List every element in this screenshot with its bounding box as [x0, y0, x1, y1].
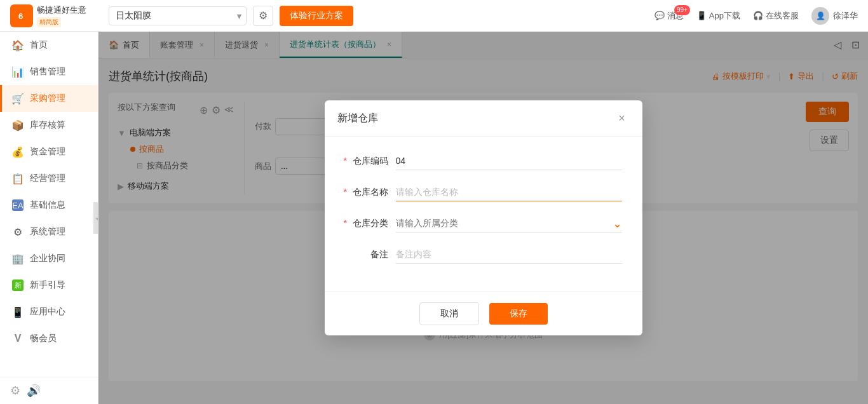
store-selector-wrapper[interactable]: ▾: [109, 6, 247, 25]
sidebar-item-system[interactable]: ⚙ 系统管理: [0, 219, 98, 245]
message-icon: 💬: [654, 11, 665, 20]
form-row-name: 仓库名称: [345, 183, 622, 201]
app-version: 精简版: [37, 17, 61, 27]
new-warehouse-modal: 新增仓库 × 仓库编码 仓库名称 仓库分类: [325, 100, 642, 335]
speaker-bottom-icon[interactable]: 🔊: [27, 384, 41, 398]
sidebar-label-basic: 基础信息: [30, 199, 65, 211]
form-row-remark: 备注: [345, 245, 622, 264]
enterprise-icon: 🏢: [12, 253, 24, 264]
user-item[interactable]: 👤 徐泽华: [811, 7, 858, 25]
app-logo-icon: 6: [10, 4, 33, 27]
app-name-area: 畅捷通好生意 精简版: [37, 4, 86, 27]
code-input[interactable]: [396, 152, 622, 170]
finance-icon: 💰: [12, 146, 24, 158]
header-search-area: ▾ ⚙ 体验行业方案: [109, 6, 654, 26]
apps-icon: 📱: [12, 306, 24, 318]
settings-bottom-icon[interactable]: ⚙: [10, 384, 20, 398]
category-input[interactable]: [396, 214, 622, 232]
name-input[interactable]: [396, 183, 622, 201]
sidebar-item-apps[interactable]: 📱 应用中心: [0, 299, 98, 325]
sidebar-item-inventory[interactable]: 📦 库存核算: [0, 112, 98, 138]
sidebar-item-member[interactable]: V 畅会员: [0, 325, 98, 352]
sidebar-item-enterprise[interactable]: 🏢 企业协同: [0, 245, 98, 272]
sidebar: 🏠 首页 📊 销售管理 🛒 采购管理 📦 库存核算 💰 资金管理 📋 经: [0, 32, 98, 404]
form-row-category: 仓库分类 ⌄: [345, 214, 622, 232]
sidebar-item-finance[interactable]: 💰 资金管理: [0, 138, 98, 165]
sidebar-item-home[interactable]: 🏠 首页: [0, 32, 98, 58]
sidebar-label-apps: 应用中心: [30, 306, 65, 318]
app-download-label: App下载: [709, 10, 740, 22]
member-icon: V: [12, 333, 24, 344]
sidebar-label-operations: 经营管理: [30, 173, 65, 184]
sidebar-item-operations[interactable]: 📋 经营管理: [0, 165, 98, 192]
sidebar-collapse-btn[interactable]: ◀: [93, 202, 98, 234]
user-name: 徐泽华: [833, 10, 858, 22]
name-label: 仓库名称: [345, 187, 396, 198]
phone-icon: 📱: [696, 11, 707, 20]
save-button[interactable]: 保存: [489, 303, 548, 325]
sales-icon: 📊: [12, 66, 24, 77]
sidebar-item-sales[interactable]: 📊 销售管理: [0, 58, 98, 85]
svg-text:6: 6: [18, 11, 23, 21]
sidebar-bottom: ⚙ 🔊: [0, 377, 98, 404]
modal-header: 新增仓库 ×: [325, 100, 642, 137]
store-selector-input[interactable]: [109, 6, 247, 25]
online-service-label: 在线客服: [766, 10, 799, 22]
sidebar-item-purchase[interactable]: 🛒 采购管理: [0, 85, 98, 112]
basic-icon: EA: [12, 199, 24, 211]
home-icon: 🏠: [12, 39, 24, 51]
modal-body: 仓库编码 仓库名称 仓库分类 ⌄: [325, 137, 642, 292]
content-area: 🏠 首页 账套管理 × 进货退货 × 进货单统计表（按商品） × ◁ ⊡: [98, 32, 868, 404]
messages-item[interactable]: 💬 消息 99+: [654, 10, 684, 22]
sidebar-label-guide: 新手引导: [30, 279, 65, 291]
sidebar-nav: 🏠 首页 📊 销售管理 🛒 采购管理 📦 库存核算 💰 资金管理 📋 经: [0, 32, 98, 377]
sidebar-item-basic[interactable]: EA 基础信息: [0, 192, 98, 219]
app-name: 畅捷通好生意: [37, 4, 86, 16]
gear-button[interactable]: ⚙: [253, 6, 273, 26]
logo-area: 6 畅捷通好生意 精简版: [10, 4, 109, 27]
operations-icon: 📋: [12, 173, 24, 184]
sidebar-label-inventory: 库存核算: [30, 119, 65, 131]
form-row-code: 仓库编码: [345, 152, 622, 170]
sidebar-label-finance: 资金管理: [30, 146, 65, 158]
category-label: 仓库分类: [345, 218, 396, 229]
messages-badge: 99+: [674, 5, 690, 15]
category-select-wrapper: ⌄: [396, 214, 622, 232]
sidebar-item-guide[interactable]: 新 新手引导: [0, 272, 98, 299]
modal-close-btn[interactable]: ×: [614, 111, 630, 126]
remark-label: 备注: [345, 249, 396, 260]
sidebar-label-purchase: 采购管理: [30, 93, 65, 104]
trial-button[interactable]: 体验行业方案: [280, 6, 353, 26]
system-icon: ⚙: [12, 226, 24, 238]
top-header: 6 畅捷通好生意 精简版 ▾ ⚙ 体验行业方案 💬 消息 99+ 📱 App下载…: [0, 0, 868, 32]
guide-icon: 新: [12, 279, 24, 291]
header-right: 💬 消息 99+ 📱 App下载 🎧 在线客服 👤 徐泽华: [654, 7, 858, 25]
sidebar-label-system: 系统管理: [30, 226, 65, 238]
purchase-icon: 🛒: [12, 93, 24, 104]
sidebar-label-enterprise: 企业协同: [30, 253, 65, 264]
remark-input[interactable]: [396, 245, 622, 264]
sidebar-label-home: 首页: [30, 39, 48, 51]
cancel-button[interactable]: 取消: [419, 302, 479, 325]
code-label: 仓库编码: [345, 156, 396, 167]
headset-icon: 🎧: [753, 11, 763, 20]
modal-overlay[interactable]: 新增仓库 × 仓库编码 仓库名称 仓库分类: [98, 32, 868, 404]
sidebar-label-sales: 销售管理: [30, 66, 65, 77]
user-avatar: 👤: [811, 7, 829, 25]
inventory-icon: 📦: [12, 119, 24, 131]
main-layout: 🏠 首页 📊 销售管理 🛒 采购管理 📦 库存核算 💰 资金管理 📋 经: [0, 32, 868, 404]
modal-title: 新增仓库: [337, 112, 378, 125]
modal-footer: 取消 保存: [325, 292, 642, 335]
online-service-item[interactable]: 🎧 在线客服: [753, 10, 799, 22]
app-download-item[interactable]: 📱 App下载: [696, 10, 740, 22]
sidebar-label-member: 畅会员: [30, 333, 57, 344]
